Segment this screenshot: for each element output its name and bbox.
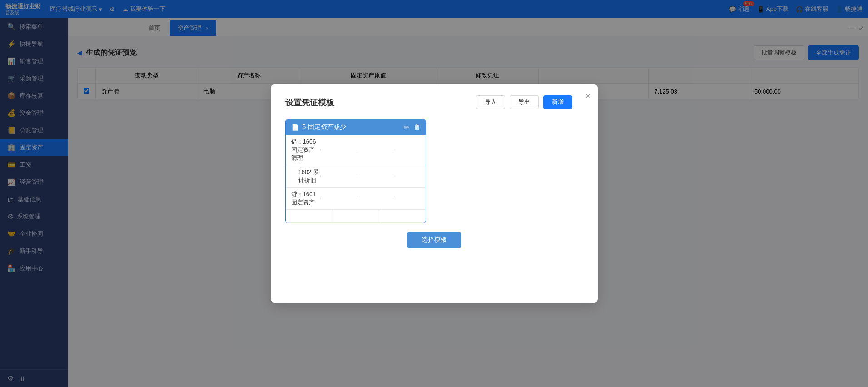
template-edit-icon[interactable]: ✏	[404, 124, 409, 131]
template-card-header: 📄 5-固定资产减少 ✏ 🗑	[286, 119, 426, 135]
import-button[interactable]: 导入	[476, 95, 505, 109]
template-doc-icon: 📄	[291, 124, 299, 131]
debit-row-1: 借：1606 固定资产清理	[286, 135, 426, 165]
page-content: ◀ 生成的凭证预览 批量调整模板 全部生成凭证 变动类型	[68, 36, 868, 387]
modal-action-buttons: 导入 导出 新增	[476, 95, 572, 109]
template-header-actions: ✏ 🗑	[404, 124, 420, 131]
page-area: 首页 资产管理 × — ⤢ ◀ 生成的凭证预览 批量调整模板 全部生成凭证	[68, 18, 868, 387]
export-button[interactable]: 导出	[510, 95, 539, 109]
template-card: 📄 5-固定资产减少 ✏ 🗑 借：1606 固定资产清理	[285, 119, 426, 223]
modal-close-button[interactable]: ×	[585, 92, 590, 101]
new-template-button[interactable]: 新增	[543, 95, 572, 109]
modal-dialog: 设置凭证模板 × 导入 导出 新增 📄 5-固定资产减少	[271, 84, 598, 303]
credit-row-1: 贷：1601 固定资产	[286, 188, 426, 210]
template-name: 5-固定资产减少	[303, 123, 346, 131]
template-card-body: 借：1606 固定资产清理 1602 累计折旧	[286, 135, 426, 223]
template-empty-row	[286, 210, 426, 223]
template-delete-icon[interactable]: 🗑	[414, 124, 420, 131]
modal-overlay: 设置凭证模板 × 导入 导出 新增 📄 5-固定资产减少	[68, 36, 868, 387]
select-template-button[interactable]: 选择模板	[407, 232, 461, 248]
debit-row-2: 1602 累计折旧	[286, 165, 426, 188]
